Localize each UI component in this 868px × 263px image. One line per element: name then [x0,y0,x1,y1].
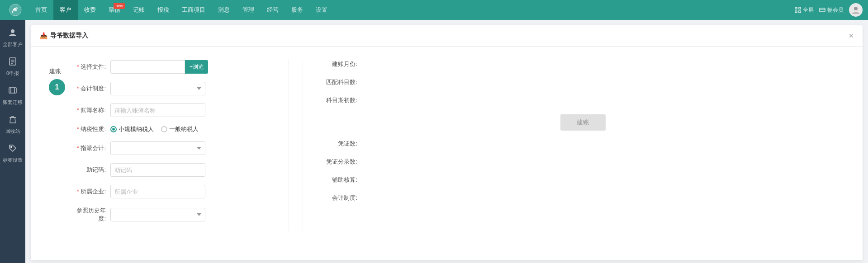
nav-message[interactable]: 消息 [212,0,236,20]
info-month-label: 建账月份: [321,60,362,68]
info-voucher-entries-row: 凭证分录数: [321,158,844,166]
svg-point-7 [854,7,858,10]
info-match-label: 匹配科目数: [321,78,362,86]
nav-bookkeeping[interactable]: 记账 [127,0,151,20]
step-badge: 1 [49,79,65,95]
svg-rect-6 [820,8,825,12]
memo-label: 助记码: [74,166,110,174]
svg-rect-13 [9,88,16,93]
memo-row: 助记码: [74,163,275,177]
svg-rect-4 [795,11,797,13]
dialog-title-icon: 📥 [40,32,47,39]
all-customers-icon [8,28,17,39]
nav-industrial[interactable]: 工商项目 [175,0,212,20]
sidebar-item-account-migration[interactable]: 账套迁移 [0,81,25,110]
sidebar-item-all-customers[interactable]: 全部客户 [0,23,25,52]
info-voucher-label: 凭证数: [321,140,362,148]
fullscreen-btn[interactable]: 全屏 [795,6,814,14]
company-input[interactable] [110,185,205,198]
browse-button[interactable]: +浏览 [185,60,208,74]
file-label: 选择文件: [74,63,110,71]
info-voucher-entries-label: 凭证分录数: [321,158,362,166]
invoice-new-badge: new [114,3,125,9]
tax-type-row: 纳税性质: 小规模纳税人 一般纳税人 [74,125,275,133]
account-migration-icon [8,86,17,97]
nav-settings[interactable]: 设置 [309,0,334,20]
svg-point-17 [11,146,12,148]
info-initial-row: 科目期初数: [321,96,844,104]
main-content: 📥 导爷数据导入 × 建账 1 选择文件: [25,20,868,263]
close-button[interactable]: × [849,32,854,40]
sidebar-item-recycle[interactable]: 回收站 [0,110,25,139]
section-divider [289,60,289,231]
svg-rect-5 [799,11,801,13]
file-input[interactable] [110,60,185,74]
dialog-body: 建账 1 选择文件: +浏览 [31,47,863,244]
history-label: 参照历史年度: [74,207,110,223]
vip-btn[interactable]: 畅会员 [819,6,844,14]
build-account-button[interactable]: 建账 [560,114,606,131]
info-auxiliary-row: 辅助核算: [321,176,844,184]
dialog-header: 📥 导爷数据导入 × [31,25,863,47]
accountant-select[interactable] [110,141,205,155]
history-row: 参照历史年度: [74,207,275,223]
dialog-title: 📥 导爷数据导入 [40,32,88,40]
ledger-input[interactable] [110,103,205,117]
info-voucher-row: 凭证数: [321,140,844,148]
accounting-select[interactable] [110,82,205,95]
company-label: 所属企业: [74,188,110,196]
nav-customer[interactable]: 客户 [53,0,78,20]
info-accounting-row: 会计制度: [321,194,844,202]
nav-manage[interactable]: 管理 [236,0,261,20]
company-row: 所属企业: [74,185,275,198]
user-avatar[interactable] [849,3,863,17]
history-select[interactable] [110,208,205,221]
tag-settings-icon [8,144,17,155]
form-area: 选择文件: +浏览 会计制度: [74,60,275,231]
svg-rect-2 [795,7,797,9]
recycle-icon [8,115,17,126]
memo-input[interactable] [110,163,205,177]
info-accounting-label: 会计制度: [321,194,362,202]
tax-option1-radio[interactable] [110,126,117,132]
dialog-card: 📥 导爷数据导入 × 建账 1 选择文件: [31,25,863,260]
nav-finance[interactable]: 经营 [261,0,285,20]
nav-tax[interactable]: 报税 [151,0,175,20]
info-match-row: 匹配科目数: [321,78,844,86]
ledger-label: 账簿名称: [74,106,110,114]
nav-right-area: 全屏 畅会员 [795,3,863,17]
tax-option2-label[interactable]: 一般纳税人 [161,125,199,133]
info-section: 建账月份: 匹配科目数: 科目期初数: 建账 凭证数: [303,60,844,231]
accounting-label: 会计制度: [74,85,110,93]
svg-rect-3 [799,7,801,9]
svg-point-1 [14,9,17,11]
ledger-row: 账簿名称: [74,103,275,117]
sidebar-item-tag-settings[interactable]: 标签设置 [0,139,25,168]
step-section: 建账 1 选择文件: +浏览 [49,60,275,231]
tax-option1-label[interactable]: 小规模纳税人 [110,125,154,133]
svg-point-8 [11,29,14,33]
app-logo [5,4,25,16]
file-row: 选择文件: +浏览 [74,60,275,74]
nav-home[interactable]: 首页 [29,0,53,20]
accountant-row: 指派会计: [74,141,275,155]
info-auxiliary-label: 辅助核算: [321,176,362,184]
accountant-label: 指派会计: [74,144,110,152]
declaration-icon [8,57,17,68]
tax-type-label: 纳税性质: [74,125,110,133]
accounting-row: 会计制度: [74,82,275,95]
info-month-row: 建账月份: [321,60,844,68]
top-nav: 首页 客户 收费 票据 new 记账 报税 工商项目 消息 管理 经营 服务 设… [0,0,868,20]
sidebar-item-declaration[interactable]: 0申报 [0,52,25,81]
file-input-group: +浏览 [110,60,208,74]
tax-radio-group: 小规模纳税人 一般纳税人 [110,125,199,133]
tax-option2-radio[interactable] [161,126,167,132]
info-initial-label: 科目期初数: [321,96,362,104]
step-label: 建账 [49,67,61,75]
sidebar: 全部客户 0申报 账套迁移 [0,20,25,263]
nav-service[interactable]: 服务 [285,0,309,20]
nav-invoice[interactable]: 票据 new [102,0,127,20]
nav-billing[interactable]: 收费 [78,0,102,20]
